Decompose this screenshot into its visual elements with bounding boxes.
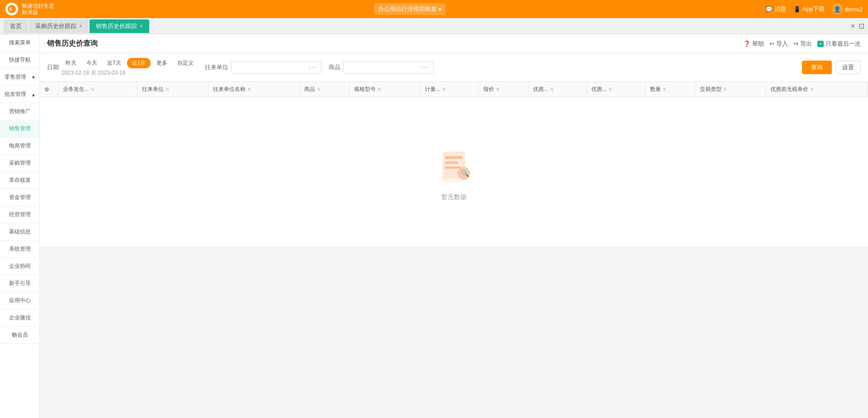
user-label: demo2 bbox=[844, 6, 863, 13]
goods-filter-label: 商品 bbox=[329, 63, 340, 71]
wechat-label: 企业微信 bbox=[9, 314, 31, 322]
purchase-label: 采购管理 bbox=[9, 159, 31, 167]
tab-bar: 首页 采购历史价跟踪 × 销售历史价跟踪 × × ⊡ bbox=[0, 18, 868, 34]
help-icon: ❓ bbox=[743, 40, 750, 47]
query-button[interactable]: 查询 bbox=[802, 61, 832, 74]
marketing-label: 营销推广 bbox=[9, 108, 31, 115]
sales-mgmt-label: 销售管理 bbox=[9, 125, 31, 133]
goods-input[interactable]: ··· bbox=[343, 61, 434, 74]
content-area: 销售历史价查询 ❓ 帮助 ↩ 导入 ↪ 导出 ✓ 只看最后一次 bbox=[40, 34, 868, 418]
sidebar-item-inventory[interactable]: 库存核算 bbox=[0, 172, 39, 189]
brand-text: 畅捷信好生意 标准版 bbox=[22, 3, 54, 16]
partner-input[interactable]: ··· bbox=[231, 61, 321, 74]
sidebar-item-guide[interactable]: 新手引导 bbox=[0, 275, 39, 292]
sort-partner-code-icon: ⇅ bbox=[165, 87, 169, 92]
date-custom-btn[interactable]: 自定义 bbox=[173, 58, 198, 68]
sort-biz-date-icon: ⇅ bbox=[91, 87, 94, 92]
date-more-btn[interactable]: 更多 bbox=[152, 58, 171, 68]
export-btn[interactable]: ↪ 导出 bbox=[793, 40, 812, 48]
date-today-btn[interactable]: 今天 bbox=[82, 58, 101, 68]
sidebar-item-enterprise[interactable]: 企业协同 bbox=[0, 258, 39, 275]
col-partner-code[interactable]: 往来单位 ⇅ bbox=[137, 82, 208, 97]
dropdown-arrow-icon: ▾ bbox=[439, 6, 442, 13]
sidebar-item-ecommerce[interactable]: 电商管理 bbox=[0, 138, 39, 155]
account-selector-label: 办公用品行业模拟账套 bbox=[378, 5, 437, 13]
col-goods[interactable]: 商品 ⇅ bbox=[300, 82, 349, 97]
wholesale-arrow-icon: ▴ bbox=[32, 91, 35, 98]
message-btn[interactable]: 💬 消息 bbox=[765, 5, 786, 13]
quick-nav-label: 快捷导航 bbox=[9, 56, 31, 64]
top-bar: 6 畅捷信好生意 标准版 办公用品行业模拟账套 ▾ 💬 消息 📱 App下载 👤… bbox=[0, 0, 868, 18]
date-last1m-btn[interactable]: 近1月 bbox=[127, 58, 151, 68]
table-container: ⚙ 业务发生... ⇅ 往来单位 ⇅ bbox=[40, 82, 868, 247]
search-menu-label: 搜索菜单 bbox=[9, 39, 31, 47]
app-center-label: 应用中心 bbox=[9, 297, 31, 304]
sort-unit-icon: ⇅ bbox=[442, 87, 446, 92]
col-settings[interactable]: ⚙ bbox=[40, 82, 58, 97]
svg-rect-5 bbox=[445, 162, 458, 164]
window-close-btn[interactable]: × bbox=[851, 22, 855, 30]
sidebar-item-quick-nav[interactable]: 快捷导航 bbox=[0, 52, 39, 69]
tab-purchase-close[interactable]: × bbox=[79, 23, 82, 29]
tab-sales-close[interactable]: × bbox=[140, 23, 143, 29]
date-last7-btn[interactable]: 近7天 bbox=[103, 58, 125, 68]
app-logo: 6 bbox=[5, 3, 18, 15]
ecommerce-label: 电商管理 bbox=[9, 142, 31, 150]
col-trade-type[interactable]: 交易类型 ⇅ bbox=[695, 82, 765, 97]
import-icon: ↩ bbox=[769, 40, 774, 47]
checkbox-icon: ✓ bbox=[817, 41, 824, 47]
col-unit[interactable]: 计量... ⇅ bbox=[420, 82, 478, 97]
date-filter-col: 昨天 今天 近7天 近1月 更多 自定义 2023-02-18 至 2023-0… bbox=[61, 58, 198, 77]
import-btn[interactable]: ↩ 导入 bbox=[769, 40, 788, 48]
help-label: 帮助 bbox=[752, 40, 764, 48]
help-btn[interactable]: ❓ 帮助 bbox=[743, 40, 764, 48]
col-price[interactable]: 报价 ⇅ bbox=[478, 82, 528, 97]
svg-text:6: 6 bbox=[9, 7, 12, 12]
app-icon: 📱 bbox=[793, 6, 801, 13]
sidebar-item-system[interactable]: 系统管理 bbox=[0, 241, 39, 258]
col-partner-name[interactable]: 往来单位名称 ⇅ bbox=[208, 82, 300, 97]
tab-home[interactable]: 首页 bbox=[4, 19, 28, 33]
sidebar-item-finance[interactable]: 资金管理 bbox=[0, 189, 39, 206]
sidebar-item-wechat[interactable]: 企业微信 bbox=[0, 309, 39, 327]
user-menu[interactable]: 👤 demo2 bbox=[832, 4, 863, 14]
partner-input-dots: ··· bbox=[309, 63, 317, 71]
col-discount2[interactable]: 优惠... ⇅ bbox=[587, 82, 645, 97]
sidebar-item-retail[interactable]: 零售管理 ▾ bbox=[0, 69, 39, 86]
filter-bar: 日期 昨天 今天 近7天 近1月 更多 自定义 2023-02-18 至 202… bbox=[40, 53, 868, 82]
col-trade-type-label: 交易类型 bbox=[700, 86, 722, 93]
col-discount1[interactable]: 优惠... ⇅ bbox=[528, 82, 586, 97]
col-pretax-price[interactable]: 优惠前无税单价 ⇅ bbox=[766, 82, 868, 97]
sidebar-item-app-center[interactable]: 应用中心 bbox=[0, 292, 39, 309]
message-label: 消息 bbox=[774, 5, 786, 13]
inventory-label: 库存核算 bbox=[9, 176, 31, 184]
sort-price-icon: ⇅ bbox=[496, 87, 500, 92]
col-qty[interactable]: 数量 ⇅ bbox=[645, 82, 695, 97]
date-yesterday-btn[interactable]: 昨天 bbox=[61, 58, 80, 68]
tab-sales-history[interactable]: 销售历史价跟踪 × bbox=[90, 19, 149, 33]
sidebar-item-marketing[interactable]: 营销推广 bbox=[0, 103, 39, 120]
account-selector[interactable]: 办公用品行业模拟账套 ▾ bbox=[374, 3, 445, 15]
col-partner-code-label: 往来单位 bbox=[142, 86, 164, 93]
window-maximize-btn[interactable]: ⊡ bbox=[859, 22, 864, 30]
retail-label: 零售管理 bbox=[5, 73, 26, 81]
col-spec[interactable]: 规格型号 ⇅ bbox=[349, 82, 420, 97]
only-last-checkbox[interactable]: ✓ 只看最后一次 bbox=[817, 40, 861, 48]
svg-rect-4 bbox=[445, 156, 463, 159]
sidebar-item-basic-info[interactable]: 基础信息 bbox=[0, 223, 39, 241]
sidebar-item-sales-mgmt[interactable]: 销售管理 bbox=[0, 120, 39, 138]
tab-purchase-history[interactable]: 采购历史价跟踪 × bbox=[29, 19, 89, 33]
sidebar-item-wholesale[interactable]: 批发管理 ▴ bbox=[0, 86, 39, 103]
tab-purchase-label: 采购历史价跟踪 bbox=[35, 22, 76, 30]
page-title: 销售历史价查询 bbox=[47, 39, 98, 48]
sidebar-item-purchase[interactable]: 采购管理 bbox=[0, 155, 39, 172]
col-biz-date[interactable]: 业务发生... ⇅ bbox=[58, 82, 137, 97]
settings-button[interactable]: 设置 bbox=[835, 61, 861, 74]
sidebar-item-member[interactable]: 畅会员 bbox=[0, 327, 39, 344]
sidebar-item-search-menu[interactable]: 搜索菜单 bbox=[0, 34, 39, 52]
app-download-btn[interactable]: 📱 App下载 bbox=[793, 5, 825, 13]
message-icon: 💬 bbox=[765, 6, 773, 13]
enterprise-label: 企业协同 bbox=[9, 262, 31, 270]
settings-icon: ⚙ bbox=[44, 86, 49, 93]
sidebar-item-operations[interactable]: 经营管理 bbox=[0, 206, 39, 223]
